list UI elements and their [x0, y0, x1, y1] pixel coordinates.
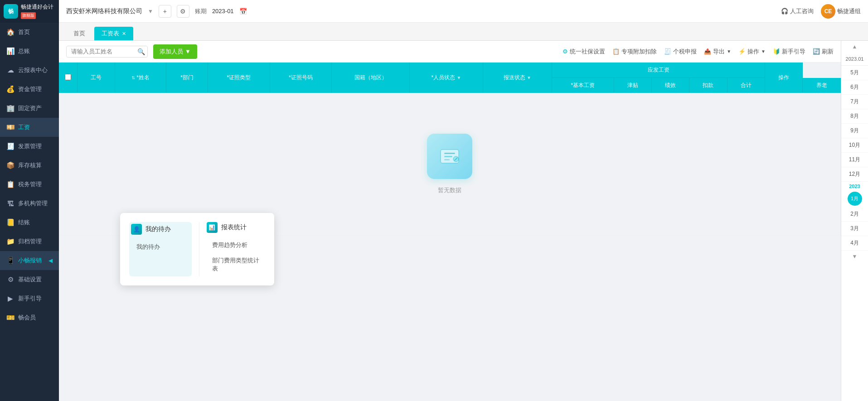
- salary-icon: 💴: [6, 123, 15, 131]
- empty-text: 暂无数据: [438, 186, 461, 194]
- sidebar-item-finance[interactable]: 💰 资金管理: [0, 80, 59, 99]
- month-item-8[interactable]: 8月: [841, 109, 868, 124]
- search-box[interactable]: 🔍: [66, 46, 148, 58]
- assets-icon: 🏢: [6, 104, 15, 112]
- multi-org-icon: 🏗: [6, 200, 15, 208]
- month-item-9[interactable]: 9月: [841, 124, 868, 138]
- month-item-11[interactable]: 11月: [841, 153, 868, 167]
- sidebar-item-salary[interactable]: 💴 工资: [0, 118, 59, 137]
- sidebar-item-inventory[interactable]: 📦 库存核算: [0, 156, 59, 175]
- select-all-header[interactable]: [59, 63, 77, 93]
- export-button[interactable]: 📤 导出 ▼: [704, 48, 731, 56]
- user-menu[interactable]: CE 畅捷通组: [821, 4, 861, 19]
- sidebar-item-multi-org[interactable]: 🏗 多机构管理: [0, 194, 59, 213]
- sidebar-item-cloud[interactable]: ☁ 云报表中心: [0, 61, 59, 80]
- th-id-type: *证照类型: [208, 63, 270, 93]
- avatar: CE: [821, 4, 835, 19]
- tab-home[interactable]: 首页: [66, 27, 92, 40]
- add-person-button[interactable]: 添加人员 ▼: [153, 44, 197, 59]
- popup-col-report: 📊 报表统计 费用趋势分析 部门费用类型统计表: [207, 222, 266, 276]
- search-input[interactable]: [71, 48, 135, 55]
- th-employee-number: 工号: [77, 63, 115, 93]
- month-item-2[interactable]: 2月: [841, 207, 868, 222]
- social-security-label: 统一社保设置: [570, 48, 605, 56]
- add-company-button[interactable]: +: [159, 5, 171, 18]
- month-nav-up[interactable]: ▲: [841, 41, 868, 53]
- logo-icon: 畅: [4, 4, 18, 19]
- month-6-label: 6月: [850, 84, 859, 90]
- sidebar-item-expense[interactable]: 📱 小畅报销 ◀: [0, 251, 59, 270]
- th-base-salary: *基本工资: [552, 78, 614, 93]
- th-salary-group: 应发工资: [552, 63, 765, 78]
- th-status[interactable]: *人员状态 ▼: [410, 63, 483, 93]
- month-panel: ▲ 2023.01 5月 6月 7月 8月 9月 10月 11: [841, 41, 868, 401]
- sidebar-item-invoice[interactable]: 🧾 发票管理: [0, 137, 59, 156]
- sidebar-item-assets[interactable]: 🏢 固定资产: [0, 99, 59, 118]
- toolbar: 🔍 添加人员 ▼ ⚙ 统一社保设置 📋 专项附加扣除: [59, 41, 841, 63]
- sidebar-item-tax[interactable]: 📋 税务管理: [0, 175, 59, 194]
- select-all-checkbox[interactable]: [65, 74, 71, 80]
- th-nationality: 国籍（地区）: [332, 63, 410, 93]
- refresh-button[interactable]: 🔄 刷新: [813, 48, 834, 56]
- sidebar-item-archive[interactable]: 📁 归档管理: [0, 232, 59, 251]
- sidebar-label-assets: 固定资产: [18, 104, 42, 112]
- month-3-label: 3月: [850, 225, 859, 232]
- sidebar-item-member[interactable]: 🎫 畅会员: [0, 308, 59, 327]
- month-2-label: 2月: [850, 211, 859, 217]
- month-8-label: 8月: [850, 113, 859, 119]
- popup-item-dept-stats-label: 部门费用类型统计表: [212, 257, 259, 272]
- month-item-7[interactable]: 7月: [841, 95, 868, 109]
- month-item-6[interactable]: 6月: [841, 80, 868, 95]
- operation-button[interactable]: ⚡ 操作 ▼: [738, 48, 766, 56]
- app-name: 畅捷通好会计: [21, 4, 53, 11]
- calendar-icon[interactable]: 📅: [239, 8, 247, 15]
- company-dropdown-icon[interactable]: ▼: [148, 8, 153, 14]
- tab-salary-close[interactable]: ✕: [122, 31, 126, 37]
- support-button[interactable]: 🎧 人工咨询: [781, 7, 814, 15]
- th-operations: 操作: [765, 63, 803, 93]
- sidebar-item-guide[interactable]: ▶ 新手引导: [0, 289, 59, 308]
- tab-salary[interactable]: 工资表 ✕: [94, 27, 133, 40]
- salary-table: 工号 ⇅ *姓名 *部门 *证照类型 *证照号码 国籍（地区） *人员状态: [59, 63, 841, 236]
- svg-rect-1: [444, 153, 455, 154]
- settings-button[interactable]: ⚙: [177, 5, 189, 18]
- popup-item-dept-stats[interactable]: 部门费用类型统计表: [207, 253, 266, 276]
- main-area: 西安虾米网络科技有限公司 ▼ + ⚙ 账期 2023-01 📅 🎧 人工咨询 C…: [59, 0, 868, 401]
- month-item-1-active[interactable]: 1月: [848, 192, 862, 206]
- month-nav-down[interactable]: ▼: [841, 251, 868, 262]
- sidebar-label-guide: 新手引导: [18, 295, 42, 303]
- tab-salary-label: 工资表: [102, 29, 119, 38]
- popup-todo-icon: 👤: [131, 224, 142, 235]
- tax-report-button[interactable]: 🧾 个税申报: [664, 48, 697, 56]
- th-report-status[interactable]: 报送状态 ▼: [483, 63, 552, 93]
- popup-item-my-todo[interactable]: 我的待办: [131, 239, 190, 255]
- export-dropdown-icon: ▼: [727, 49, 731, 54]
- sidebar-item-ledger[interactable]: 📊 总账: [0, 42, 59, 61]
- guide-label: 新手引导: [782, 48, 805, 56]
- popup-item-trend[interactable]: 费用趋势分析: [207, 237, 266, 253]
- month-item-3[interactable]: 3月: [841, 222, 868, 236]
- sidebar-item-home[interactable]: 🏠 首页: [0, 23, 59, 42]
- collapse-icon: ◀: [48, 257, 53, 264]
- month-item-5[interactable]: 5月: [841, 66, 868, 80]
- refresh-label: 刷新: [822, 48, 834, 56]
- popup-todo-label: 我的待办: [145, 225, 171, 233]
- social-security-button[interactable]: ⚙ 统一社保设置: [563, 48, 605, 56]
- guide-button[interactable]: 🔰 新手引导: [773, 48, 805, 56]
- sidebar-item-settings[interactable]: ⚙ 基础设置: [0, 270, 59, 289]
- sidebar-item-closing[interactable]: 📒 结账: [0, 213, 59, 232]
- ledger-icon: 📊: [6, 47, 15, 55]
- tax-deduction-button[interactable]: 📋 专项附加扣除: [612, 48, 657, 56]
- tabbar: 首页 工资表 ✕: [59, 23, 868, 41]
- th-name[interactable]: ⇅ *姓名: [115, 63, 166, 93]
- invoice-icon: 🧾: [6, 142, 15, 150]
- month-item-12[interactable]: 12月: [841, 167, 868, 182]
- add-person-label: 添加人员: [160, 48, 183, 56]
- month-item-10[interactable]: 10月: [841, 138, 868, 153]
- tax-icon: 📋: [6, 180, 15, 188]
- popup-report-label: 报表统计: [221, 223, 247, 232]
- filter-report-icon: ▼: [527, 75, 531, 80]
- month-item-4[interactable]: 4月: [841, 236, 868, 251]
- sidebar: 畅 畅捷通好会计 旗舰版 🏠 首页 📊 总账 ☁ 云报表中心 💰 资金管理 🏢 …: [0, 0, 59, 401]
- month-5-label: 5月: [850, 69, 859, 76]
